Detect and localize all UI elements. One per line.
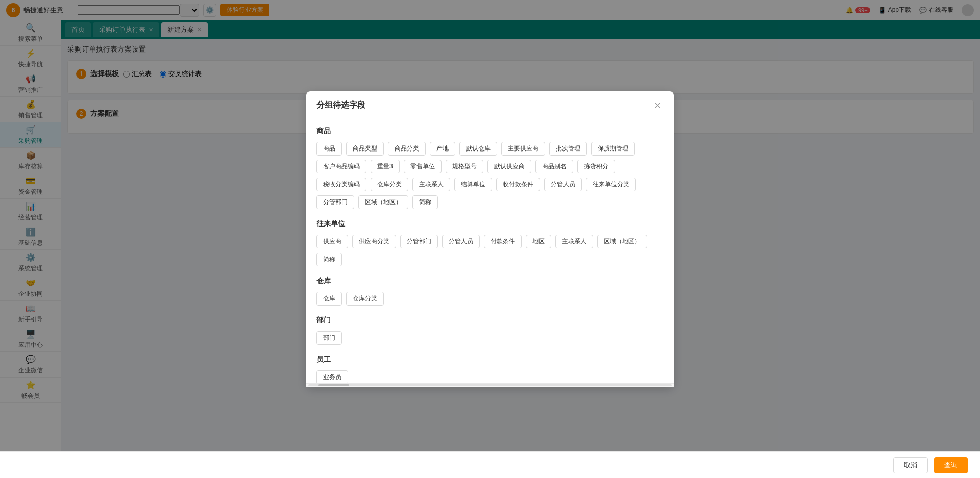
section-partner: 往来单位 供应商 供应商分类 分管部门 分管人员 付款条件 地区 主联系人 区域… (316, 219, 664, 266)
field-tag[interactable]: 主联系人 (555, 235, 593, 248)
field-tag[interactable]: 商品别名 (535, 160, 573, 173)
field-tag[interactable]: 分管人员 (442, 235, 480, 248)
field-tag[interactable]: 零售单位 (404, 160, 442, 173)
field-tag[interactable]: 结算单位 (454, 178, 492, 191)
field-tag[interactable]: 拣货积分 (577, 160, 615, 173)
field-tag[interactable]: 默认仓库 (459, 142, 497, 156)
field-tag[interactable]: 区域（地区） (358, 195, 408, 209)
scrollbar-thumb (318, 384, 349, 386)
section-warehouse: 仓库 仓库 仓库分类 (316, 276, 664, 306)
field-grid-product: 商品 商品类型 商品分类 产地 默认仓库 主要供应商 批次管理 保质期管理 客户… (316, 142, 664, 209)
modal-title: 分组待选字段 (316, 100, 365, 111)
field-tag[interactable]: 仓库 (316, 292, 342, 306)
modal-scrollbar[interactable] (306, 383, 674, 387)
field-tag[interactable]: 默认供应商 (487, 160, 531, 173)
field-tag[interactable]: 供应商 (316, 235, 348, 248)
modal-header: 分组待选字段 ✕ (306, 91, 674, 118)
field-tag[interactable]: 简称 (412, 195, 438, 209)
section-department: 部门 部门 (316, 316, 664, 345)
field-tag[interactable]: 仓库分类 (371, 178, 408, 191)
field-tag[interactable]: 规格型号 (446, 160, 483, 173)
field-tag[interactable]: 部门 (316, 331, 342, 345)
field-tag[interactable]: 地区 (526, 235, 551, 248)
field-tag[interactable]: 区域（地区） (597, 235, 647, 248)
section-product-title: 商品 (316, 127, 664, 136)
field-tag[interactable]: 分管人员 (544, 178, 582, 191)
section-partner-title: 往来单位 (316, 219, 664, 229)
field-tag[interactable]: 仓库分类 (346, 292, 384, 306)
field-tag[interactable]: 商品分类 (388, 142, 426, 156)
field-tag[interactable]: 重量3 (371, 160, 400, 173)
section-product: 商品 商品 商品类型 商品分类 产地 默认仓库 主要供应商 批次管理 保质期管理… (316, 127, 664, 209)
section-department-title: 部门 (316, 316, 664, 325)
field-tag[interactable]: 商品类型 (346, 142, 384, 156)
field-tag[interactable]: 批次管理 (549, 142, 587, 156)
field-tag[interactable]: 税收分类编码 (316, 178, 366, 191)
field-tag[interactable]: 保质期管理 (591, 142, 635, 156)
cancel-button[interactable]: 取消 (893, 457, 928, 473)
field-tag[interactable]: 分管部门 (400, 235, 438, 248)
field-tag[interactable]: 分管部门 (316, 195, 354, 209)
section-employee-title: 员工 (316, 355, 664, 364)
modal-close-button[interactable]: ✕ (651, 99, 664, 112)
field-tag[interactable]: 客户商品编码 (316, 160, 366, 173)
field-tag[interactable]: 收付款条件 (496, 178, 540, 191)
field-tag[interactable]: 付款条件 (484, 235, 522, 248)
field-grid-warehouse: 仓库 仓库分类 (316, 292, 664, 306)
modal: 分组待选字段 ✕ 商品 商品 商品类型 商品分类 产地 默认仓库 主要供应商 批… (306, 91, 674, 387)
field-grid-employee: 业务员 (316, 370, 664, 383)
field-tag[interactable]: 往来单位分类 (586, 178, 636, 191)
modal-body: 商品 商品 商品类型 商品分类 产地 默认仓库 主要供应商 批次管理 保质期管理… (306, 118, 674, 383)
field-tag[interactable]: 供应商分类 (352, 235, 396, 248)
section-employee: 员工 业务员 (316, 355, 664, 383)
field-tag[interactable]: 业务员 (316, 370, 348, 383)
field-tag[interactable]: 简称 (316, 253, 342, 266)
section-warehouse-title: 仓库 (316, 276, 664, 286)
modal-overlay: 分组待选字段 ✕ 商品 商品 商品类型 商品分类 产地 默认仓库 主要供应商 批… (0, 0, 980, 478)
confirm-button[interactable]: 查询 (934, 457, 968, 473)
field-tag[interactable]: 产地 (430, 142, 455, 156)
field-grid-partner: 供应商 供应商分类 分管部门 分管人员 付款条件 地区 主联系人 区域（地区） … (316, 235, 664, 266)
bottom-bar: 取消 查询 (0, 451, 980, 478)
field-grid-department: 部门 (316, 331, 664, 345)
scrollbar-track (308, 384, 672, 386)
field-tag[interactable]: 主要供应商 (501, 142, 545, 156)
field-tag[interactable]: 主联系人 (412, 178, 450, 191)
field-tag[interactable]: 商品 (316, 142, 342, 156)
